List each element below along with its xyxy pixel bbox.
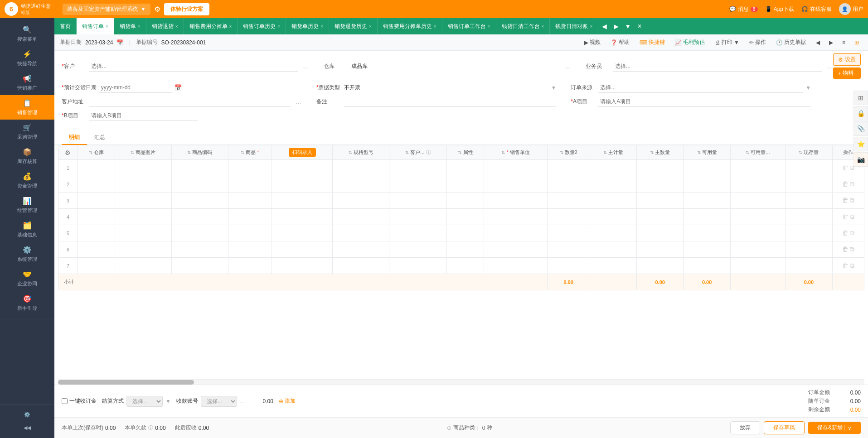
th-customer-code[interactable]: ⇅ 客户... ⓘ (389, 145, 447, 160)
tab-close-icon[interactable]: × (542, 24, 544, 29)
sidebar-item-finance[interactable]: 💰 资金管理 (0, 168, 54, 193)
sidebar-item-quicknav[interactable]: ⚡ 快捷导航 (0, 46, 54, 71)
row-available2[interactable] (730, 160, 785, 176)
delete-row-btn[interactable]: 🗑 (842, 197, 849, 204)
th-warehouse[interactable]: ⇅ 仓库 (78, 145, 115, 160)
right-action-clip[interactable]: 📎 (853, 121, 868, 136)
copy-row-btn[interactable]: ⧉ (850, 262, 854, 269)
add-material-btn[interactable]: + 物料 (833, 67, 861, 79)
row-warehouse[interactable] (78, 160, 115, 176)
copy-row-btn[interactable]: ⧉ (850, 197, 854, 204)
row-product[interactable] (228, 160, 272, 176)
tab-sales-history[interactable]: 销售订单历史 × (238, 18, 286, 34)
sidebar-item-basic[interactable]: 🗂️ 基础信息 (0, 217, 54, 242)
calendar-icon[interactable]: 📅 (116, 39, 123, 46)
right-action-grid[interactable]: ⊞ (853, 91, 868, 105)
delete-row-btn[interactable]: 🗑 (842, 245, 849, 253)
discard-btn[interactable]: 放弃 (730, 421, 760, 434)
tab-close-icon[interactable]: × (138, 24, 141, 29)
sidebar-item-inventory[interactable]: 📦 库存核算 (0, 144, 54, 168)
right-action-camera[interactable]: 📷 (853, 152, 868, 167)
tab-return-history[interactable]: 销货单历史 × (286, 18, 329, 34)
delete-row-btn[interactable]: 🗑 (842, 164, 849, 171)
tab-close-all-btn[interactable]: ✕ (634, 18, 645, 34)
sidebar-settings[interactable]: ⚙️ (0, 408, 54, 421)
tab-sales-refund[interactable]: 销货退货 × (146, 18, 184, 34)
customer-input[interactable] (89, 61, 298, 72)
sidebar-item-guide[interactable]: 🎯 新手引导 (0, 291, 54, 315)
tab-next-btn[interactable]: ▶ (610, 18, 622, 34)
tab-close-icon[interactable]: × (434, 24, 436, 29)
help-btn[interactable]: ❓ 帮助 (607, 37, 633, 48)
salesperson-input[interactable] (613, 61, 822, 72)
remarks-input[interactable] (344, 96, 557, 107)
save-new-arrow-icon[interactable]: ∨ (844, 425, 852, 431)
profit-btn[interactable]: 📈 毛利预估 (671, 37, 708, 48)
th-attr[interactable]: ⇅ 属性 (447, 145, 484, 160)
tab-menu-btn[interactable]: ▼ (622, 18, 634, 34)
layout-grid-btn[interactable]: ⊞ (851, 38, 863, 47)
scan-btn[interactable]: 扫码录入 (289, 148, 316, 157)
right-action-star[interactable]: ⭐ (853, 137, 868, 151)
message-item[interactable]: 💬 消息 8 (729, 5, 758, 13)
tab-close-icon[interactable]: × (106, 24, 108, 29)
th-product[interactable]: ⇅ 商品 * (228, 145, 272, 160)
row-scan[interactable] (272, 160, 332, 176)
row-unit[interactable] (484, 160, 547, 176)
tab-cash-daily[interactable]: 钱货日清工作台 × (496, 18, 550, 34)
delete-row-btn[interactable]: 🗑 (842, 262, 849, 269)
system-selector[interactable]: 装备及固定资产辅助管理系统 ▼ (63, 4, 150, 15)
th-qty2[interactable]: ⇅ 数量2 (547, 145, 590, 160)
row-attr[interactable] (447, 160, 484, 176)
address-more-btn[interactable]: … (296, 98, 302, 106)
th-scan[interactable]: 扫码录入 (272, 145, 332, 160)
row-current-stock[interactable] (786, 160, 832, 176)
copy-row-btn[interactable]: ⧉ (850, 245, 854, 253)
save-new-btn[interactable]: 保存&新增 ∨ (808, 422, 861, 434)
tab-sales-expense[interactable]: 销售费用分摊单 × (184, 18, 238, 34)
sidebar-item-system[interactable]: ⚙️ 系统管理 (0, 242, 54, 266)
tab-close-icon[interactable]: × (488, 24, 490, 29)
sidebar-item-enterprise[interactable]: 🤝 企业协同 (0, 266, 54, 291)
th-available2[interactable]: ⇅ 可用量... (730, 145, 785, 160)
copy-row-btn[interactable]: ⧉ (850, 229, 854, 236)
tab-close-icon[interactable]: × (590, 24, 592, 29)
one-click-checkbox-input[interactable] (62, 398, 68, 404)
delete-row-btn[interactable]: 🗑 (842, 213, 849, 220)
sidebar-collapse[interactable]: ◀◀ (0, 421, 54, 434)
invoice-type-chevron-icon[interactable]: ▼ (551, 85, 556, 91)
account-more-btn[interactable]: … (240, 398, 245, 404)
table-scrollbar[interactable] (58, 379, 864, 385)
payment-method-select[interactable]: 选择... (126, 396, 163, 407)
industry-btn[interactable]: 体验行业方案 (164, 3, 209, 15)
row-qty2[interactable] (547, 160, 590, 176)
layout-list-btn[interactable]: ≡ (839, 38, 849, 47)
th-product-code[interactable]: ⇅ 商品编码 (171, 145, 228, 160)
copy-row-btn[interactable]: ⧉ (850, 213, 854, 220)
prev-record-btn[interactable]: ◀ (812, 38, 824, 47)
customer-more-btn[interactable]: … (303, 63, 309, 70)
info-icon[interactable]: ⓘ (426, 149, 431, 155)
order-source-input[interactable] (598, 82, 803, 93)
th-product-image[interactable]: ⇅ 商品图片 (115, 145, 171, 160)
th-unit[interactable]: ⇅ * 销售单位 (484, 145, 547, 160)
sidebar-item-purchase[interactable]: 🛒 采购管理 (0, 120, 54, 144)
tab-prev-btn[interactable]: ◀ (598, 18, 610, 34)
th-settings[interactable]: ⚙ (58, 145, 78, 160)
delete-row-btn[interactable]: 🗑 (842, 229, 849, 236)
tab-cash-reconcile[interactable]: 钱货日清对账 × (550, 18, 598, 34)
tab-sales-return[interactable]: 销货单 × (114, 18, 146, 34)
tab-sales-order[interactable]: 销售订单 × (77, 18, 114, 34)
calendar-icon-delivery[interactable]: 📅 (175, 84, 182, 91)
delivery-date-input[interactable] (99, 82, 172, 93)
debt-info-icon[interactable]: ⓘ (148, 424, 153, 431)
th-spec[interactable]: ⇅ 规格型号 (333, 145, 389, 160)
tab-close-icon[interactable]: × (175, 24, 178, 29)
action-btn[interactable]: ✏ 操作 (746, 37, 770, 48)
account-select[interactable]: 选择... (201, 396, 237, 407)
row-product-image[interactable] (115, 160, 171, 176)
sidebar-item-marketing[interactable]: 📢 营销推广 (0, 71, 54, 95)
a-project-input[interactable] (598, 96, 811, 107)
delete-row-btn[interactable]: 🗑 (842, 180, 849, 188)
right-action-lock[interactable]: 🔒 (853, 106, 868, 120)
